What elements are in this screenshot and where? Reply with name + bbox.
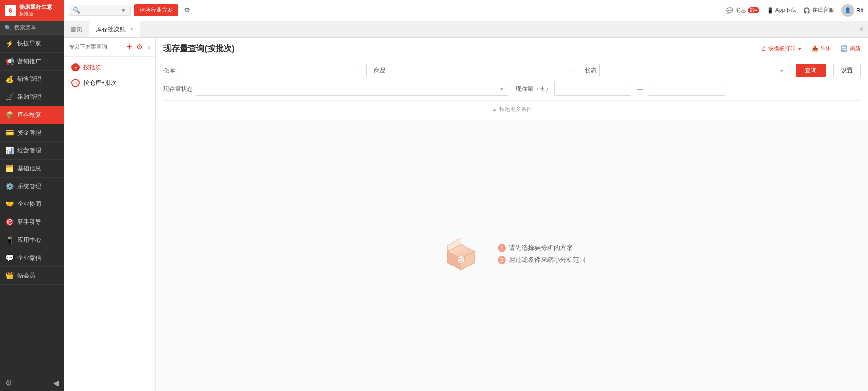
sidebar-item-label: 应用中心 <box>17 236 41 244</box>
topbar-search-input[interactable] <box>82 7 119 14</box>
app-download-action[interactable]: 📱 App下载 <box>767 6 796 14</box>
main-area: 🔍 ▼ 体验行业方案 ⚙ 💬 消息 99+ 📱 App下载 🎧 在线客服 � <box>64 0 868 391</box>
wechat-icon: 💬 <box>5 254 14 262</box>
sales-icon: 💰 <box>5 75 14 83</box>
refresh-icon: 🔄 <box>841 45 848 52</box>
avatar: 👤 <box>841 4 854 17</box>
status-label: 状态 <box>585 66 597 75</box>
stock-status-input[interactable] <box>200 82 498 95</box>
warehouse-input-wrapper[interactable]: ··· <box>178 64 367 77</box>
apps-icon: 📱 <box>5 236 14 244</box>
stock-qty-min[interactable] <box>554 82 631 96</box>
scheme-settings-btn[interactable]: ⚙ <box>136 43 143 51</box>
product-input[interactable] <box>393 64 566 77</box>
messages-action[interactable]: 💬 消息 99+ <box>726 6 759 14</box>
export-btn[interactable]: 📤 导出 <box>812 45 831 53</box>
trial-btn[interactable]: 体验行业方案 <box>134 4 178 16</box>
step1-text: 请先选择要分析的方案 <box>509 244 573 252</box>
stock-status-select[interactable]: ▼ <box>196 82 508 96</box>
sidebar-item-marketing[interactable]: 📢 营销推广 <box>0 53 64 71</box>
topbar-dropdown-icon[interactable]: ▼ <box>121 7 126 14</box>
tab-inventory-batch[interactable]: 库存批次账 × <box>89 21 140 37</box>
sidebar-item-basic[interactable]: 🗂️ 基础信息 <box>0 160 64 178</box>
topbar: 🔍 ▼ 体验行业方案 ⚙ 💬 消息 99+ 📱 App下载 🎧 在线客服 � <box>64 0 868 21</box>
filter-area: 仓库 ··· 商品 ··· <box>156 58 868 120</box>
sidebar-item-system[interactable]: ⚙️ 系统管理 <box>0 178 64 196</box>
step2-num: 2 <box>498 256 506 264</box>
stock-qty-min-input[interactable] <box>558 82 627 95</box>
refresh-btn[interactable]: 🔄 刷新 <box>841 45 861 53</box>
close-tab-panel-btn[interactable]: × <box>859 25 863 33</box>
status-select[interactable]: ▼ <box>599 64 788 77</box>
status-input[interactable] <box>604 64 778 77</box>
sidebar-item-member[interactable]: 👑 畅会员 <box>0 267 64 285</box>
step2-text: 用过滤条件来缩小分析范围 <box>509 256 586 264</box>
search-label: 搜索菜单 <box>14 24 36 32</box>
sidebar-item-label: 采购管理 <box>17 93 41 101</box>
sidebar-item-quick-nav[interactable]: ⚡ 快捷导航 <box>0 35 64 53</box>
sidebar-search[interactable]: 🔍 搜索菜单 <box>0 21 64 35</box>
online-service-action[interactable]: 🎧 在线客服 <box>803 6 834 14</box>
search-icon: 🔍 <box>5 25 11 31</box>
sidebar-item-label: 销售管理 <box>17 75 41 83</box>
operations-icon: 📊 <box>5 147 14 155</box>
tab-home-label: 首页 <box>71 25 82 33</box>
panel-header-label: 按以下方案查询 <box>69 43 124 51</box>
sidebar-item-inventory[interactable]: 📦 库存核算 <box>0 106 64 124</box>
collapse-filters-btn[interactable]: ▲ 收起更多条件 <box>163 103 861 115</box>
tab-close-icon[interactable]: × <box>130 26 133 33</box>
divider <box>807 45 807 52</box>
settings-btn[interactable]: ⚙ <box>182 6 192 15</box>
warehouse-label: 仓库 <box>163 66 175 75</box>
sidebar-item-finance[interactable]: 💳 资金管理 <box>0 124 64 142</box>
sidebar: 6 畅康通好生意 标准版 🔍 搜索菜单 ⚡ 快捷导航 📢 营销推广 💰 销售管理 <box>0 0 64 391</box>
collapse-label: 收起更多条件 <box>499 105 532 113</box>
query-btn[interactable]: 查询 <box>796 64 826 77</box>
print-btn[interactable]: 🖨 按模板打印 ▼ <box>761 45 802 53</box>
empty-text: 1 请先选择要分析的方案 2 用过滤条件来缩小分析范围 <box>498 244 586 268</box>
export-label: 导出 <box>820 45 831 53</box>
warehouse-more-icon[interactable]: ··· <box>357 67 363 74</box>
filter-group-product: 商品 ··· <box>374 64 577 77</box>
sidebar-item-enterprise[interactable]: 🤝 企业协同 <box>0 196 64 213</box>
topbar-search-box[interactable]: 🔍 ▼ <box>69 5 131 16</box>
product-more-icon[interactable]: ··· <box>568 67 573 74</box>
content-area: 按以下方案查询 + ⚙ « ● 按批次 ○ 按仓库+批次 现存量查询(按批次) <box>64 38 868 391</box>
svg-point-6 <box>459 258 461 259</box>
sidebar-item-apps[interactable]: 📱 应用中心 <box>0 231 64 249</box>
filter-group-stock-qty: 现存量（主） — <box>516 82 861 96</box>
sidebar-item-purchase[interactable]: 🛒 采购管理 <box>0 88 64 106</box>
inventory-icon: 📦 <box>5 111 14 119</box>
add-scheme-btn[interactable]: + <box>127 42 132 52</box>
sidebar-item-operations[interactable]: 📊 经营管理 <box>0 142 64 160</box>
phone-icon: 📱 <box>767 7 774 14</box>
sidebar-item-sales[interactable]: 💰 销售管理 <box>0 71 64 88</box>
stock-qty-max-input[interactable] <box>652 82 721 95</box>
empty-state: 1 请先选择要分析的方案 2 用过滤条件来缩小分析范围 <box>156 120 868 391</box>
stock-qty-max[interactable] <box>648 82 725 96</box>
collapse-sidebar-icon[interactable]: ◀ <box>53 379 59 387</box>
sidebar-item-label: 基础信息 <box>17 164 41 173</box>
page-title: 现存量查询(按批次) <box>163 43 235 54</box>
enterprise-icon: 🤝 <box>5 200 14 208</box>
print-dropdown-icon[interactable]: ▼ <box>797 46 802 51</box>
product-input-wrapper[interactable]: ··· <box>389 64 577 77</box>
user-profile[interactable]: 👤 Rit <box>841 4 863 17</box>
tab-home[interactable]: 首页 <box>64 21 89 37</box>
sidebar-item-guide[interactable]: 🎯 新手引导 <box>0 213 64 231</box>
product-label: 商品 <box>374 66 386 75</box>
collapse-panel-btn[interactable]: « <box>147 43 151 51</box>
left-panel-header: 按以下方案查询 + ⚙ « <box>64 38 155 57</box>
sidebar-item-wechat[interactable]: 💬 企业微信 <box>0 249 64 267</box>
stock-status-dropdown-icon[interactable]: ▼ <box>500 87 504 92</box>
sidebar-header: 6 畅康通好生意 标准版 <box>0 0 64 21</box>
sidebar-item-label: 畅会员 <box>17 272 35 280</box>
filter-group-stock-status: 现存量状态 ▼ <box>163 82 508 96</box>
settings-btn[interactable]: 设置 <box>833 64 861 77</box>
scheme-item-by-warehouse-batch[interactable]: ○ 按仓库+批次 <box>64 75 155 91</box>
status-dropdown-icon[interactable]: ▼ <box>780 68 784 73</box>
scheme-item-by-batch[interactable]: ● 按批次 <box>64 60 155 75</box>
empty-content: 1 请先选择要分析的方案 2 用过滤条件来缩小分析范围 <box>438 233 586 279</box>
warehouse-input[interactable] <box>182 64 356 77</box>
settings-icon[interactable]: ⚙ <box>5 379 12 387</box>
